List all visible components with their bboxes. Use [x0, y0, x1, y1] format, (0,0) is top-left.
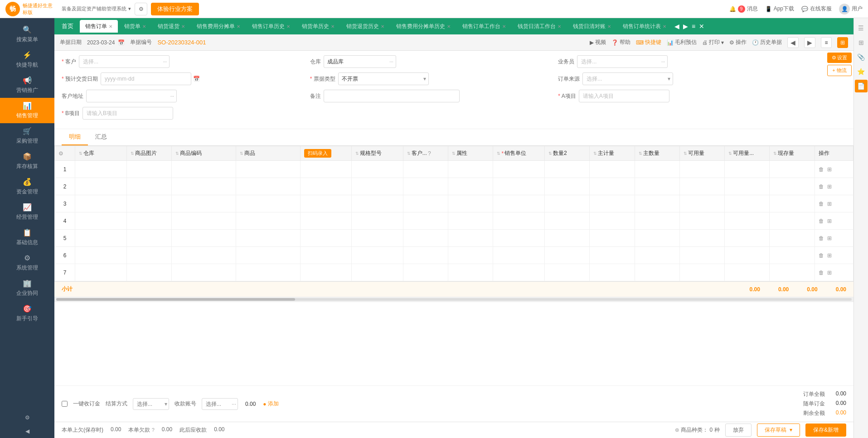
- toolbar-next-btn[interactable]: ▶: [804, 37, 815, 48]
- row-7-product[interactable]: [236, 264, 301, 281]
- row-3-available[interactable]: [679, 195, 724, 212]
- row-4-available2[interactable]: [725, 212, 770, 230]
- row-6-attribute[interactable]: [448, 247, 493, 264]
- project-b-input[interactable]: [82, 107, 173, 120]
- row-4-image[interactable]: [126, 212, 171, 230]
- tab-sales-order[interactable]: 销售订单 ✕: [80, 20, 118, 33]
- row-6-copy-icon[interactable]: ⊞: [827, 252, 832, 259]
- th-settings[interactable]: ⚙: [55, 146, 75, 161]
- row-7-main-unit[interactable]: [590, 264, 635, 281]
- notification-btn[interactable]: 🔔 9 消息: [729, 5, 758, 13]
- row-6-spec[interactable]: [352, 247, 403, 264]
- remark-input[interactable]: [324, 90, 460, 102]
- right-icon-5[interactable]: 📄: [855, 80, 868, 92]
- salesperson-input[interactable]: [577, 55, 668, 68]
- app-download-btn[interactable]: 📱 App下载: [765, 5, 794, 13]
- sidebar-item-basic-info[interactable]: 📋 基础信息: [0, 225, 54, 250]
- tab-sales-return[interactable]: 销货退货 ✕: [152, 20, 190, 33]
- payment-method-dropdown[interactable]: ▾: [165, 401, 167, 407]
- row-2-main-unit[interactable]: [590, 178, 635, 195]
- row-6-main-qty[interactable]: [635, 247, 679, 264]
- save-new-btn[interactable]: 保存&新增: [805, 424, 846, 437]
- toolbar-shortcut-btn[interactable]: ⌨ 快捷键: [636, 37, 661, 48]
- row-3-stock[interactable]: [770, 195, 815, 212]
- detail-tab-summary[interactable]: 汇总: [88, 129, 114, 145]
- row-7-qty2[interactable]: [544, 264, 589, 281]
- row-5-delete-icon[interactable]: 🗑: [819, 235, 824, 241]
- tab-prev-btn[interactable]: ◀: [673, 23, 681, 30]
- settings-btn[interactable]: ⚙ 设置: [827, 53, 852, 63]
- delivery-calendar-icon[interactable]: 📅: [193, 76, 200, 82]
- row-2-main-qty[interactable]: [635, 178, 679, 195]
- project-a-input[interactable]: [579, 90, 669, 102]
- row-2-copy-icon[interactable]: ⊞: [827, 183, 832, 190]
- row-1-unit[interactable]: [493, 161, 544, 178]
- row-7-available2[interactable]: [725, 264, 770, 281]
- row-3-copy-icon[interactable]: ⊞: [827, 201, 832, 207]
- row-4-warehouse[interactable]: [75, 212, 126, 230]
- online-service-btn[interactable]: 💬 在线客服: [801, 5, 832, 13]
- detail-tab-detail[interactable]: 明细: [62, 129, 88, 145]
- row-1-code[interactable]: [172, 161, 236, 178]
- user-btn[interactable]: 👤 用户: [839, 4, 863, 14]
- payment-method-input[interactable]: [133, 398, 169, 410]
- row-5-main-qty[interactable]: [635, 230, 679, 247]
- row-3-product[interactable]: [236, 195, 301, 212]
- one-click-checkbox[interactable]: [62, 401, 68, 407]
- row-2-delete-icon[interactable]: 🗑: [819, 183, 824, 190]
- row-2-warehouse[interactable]: [75, 178, 126, 195]
- row-3-warehouse[interactable]: [75, 195, 126, 212]
- sidebar-item-purchase[interactable]: 🛒 采购管理: [0, 123, 54, 149]
- row-1-spec[interactable]: [352, 161, 403, 178]
- row-2-unit[interactable]: [493, 178, 544, 195]
- row-7-copy-icon[interactable]: ⊞: [827, 270, 832, 276]
- row-1-attribute[interactable]: [448, 161, 493, 178]
- row-1-product[interactable]: [236, 161, 301, 178]
- tab-sales-return-close[interactable]: ✕: [181, 24, 185, 29]
- scan-btn[interactable]: 扫码录入: [304, 149, 331, 158]
- row-5-spec[interactable]: [352, 230, 403, 247]
- row-5-unit[interactable]: [493, 230, 544, 247]
- settings-icon-btn[interactable]: ⚙: [135, 3, 147, 15]
- row-7-attribute[interactable]: [448, 264, 493, 281]
- row-1-main-qty[interactable]: [635, 161, 679, 178]
- account-dots[interactable]: ···: [232, 401, 236, 407]
- sidebar-item-finance[interactable]: 💰 资金管理: [0, 174, 54, 199]
- address-dots-btn[interactable]: ···: [170, 94, 174, 99]
- row-3-main-unit[interactable]: [590, 195, 635, 212]
- row-1-available[interactable]: [679, 161, 724, 178]
- toolbar-view-btn[interactable]: ▶ 视频: [590, 37, 606, 48]
- sidebar-item-marketing[interactable]: 📢 营销推广: [0, 72, 54, 98]
- row-5-product[interactable]: [236, 230, 301, 247]
- row-7-unit[interactable]: [493, 264, 544, 281]
- row-2-customer-code[interactable]: [403, 178, 448, 195]
- logistics-btn[interactable]: + 物流: [827, 65, 852, 76]
- col-settings-icon[interactable]: ⚙: [58, 150, 63, 157]
- tab-menu-btn[interactable]: ≡: [690, 23, 697, 30]
- row-2-spec[interactable]: [352, 178, 403, 195]
- toolbar-profit-btn[interactable]: 📊 毛利预估: [667, 37, 697, 48]
- scrollbar-track[interactable]: [56, 298, 852, 301]
- row-3-main-qty[interactable]: [635, 195, 679, 212]
- invoice-dropdown-icon[interactable]: ▾: [423, 76, 426, 82]
- calendar-icon[interactable]: 📅: [118, 39, 125, 46]
- tab-sales-goods[interactable]: 销货单 ✕: [119, 20, 151, 33]
- row-4-main-unit[interactable]: [590, 212, 635, 230]
- row-6-qty2[interactable]: [544, 247, 589, 264]
- toolbar-grid-btn[interactable]: ≡: [821, 37, 832, 48]
- row-3-image[interactable]: [126, 195, 171, 212]
- row-5-available2[interactable]: [725, 230, 770, 247]
- tab-sales-order-history[interactable]: 销售订单历史 ✕: [247, 20, 296, 33]
- row-1-main-unit[interactable]: [590, 161, 635, 178]
- tab-return-history[interactable]: 销货退货历史 ✕: [341, 20, 390, 33]
- sidebar-item-newuser[interactable]: 🎯 新手引导: [0, 301, 54, 326]
- row-6-available2[interactable]: [725, 247, 770, 264]
- tab-return-history-close[interactable]: ✕: [381, 24, 384, 29]
- sidebar-collapse-btn[interactable]: ◀: [0, 424, 54, 438]
- tab-sales-goods-history-close[interactable]: ✕: [331, 24, 335, 29]
- sidebar-item-operations[interactable]: 📈 经营管理: [0, 199, 54, 225]
- sidebar-item-search[interactable]: 🔍 搜索菜单: [0, 22, 54, 47]
- tab-expense-history[interactable]: 销售费用分摊单历史 ✕: [391, 20, 456, 33]
- row-3-spec[interactable]: [352, 195, 403, 212]
- horizontal-scrollbar[interactable]: [54, 297, 853, 302]
